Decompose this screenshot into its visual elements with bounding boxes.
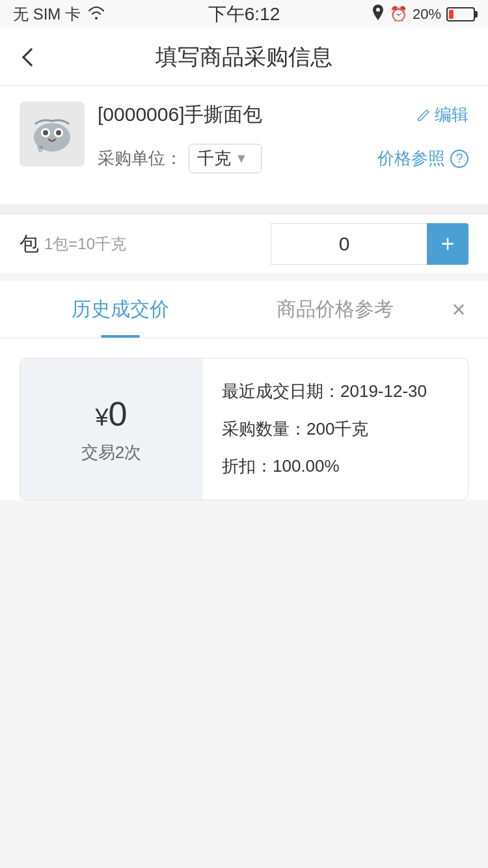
quantity-control: + bbox=[139, 223, 468, 265]
location-icon bbox=[372, 5, 385, 24]
trades-count: 交易2次 bbox=[81, 441, 141, 464]
wifi-icon bbox=[87, 5, 105, 23]
unit-selector-group: 采购单位： 千克 ▼ bbox=[98, 144, 262, 173]
unit-hint: 1包=10千克 bbox=[44, 234, 126, 254]
time-display: 下午6:12 bbox=[208, 2, 280, 27]
product-card: 管 [0000006]手撕面包 编辑 采购单位： 千克 ▼ bbox=[0, 86, 488, 204]
tab-product-label: 商品价格参考 bbox=[277, 296, 394, 323]
history-card: ¥0 交易2次 最近成交日期：2019-12-30 采购数量：200千克 折扣：… bbox=[20, 358, 468, 500]
unit-select[interactable]: 千克 ▼ bbox=[189, 144, 262, 173]
discount-value: 100.00% bbox=[273, 456, 340, 476]
product-info: [0000006]手撕面包 编辑 采购单位： 千克 ▼ 价格 bbox=[98, 102, 468, 173]
product-header: 管 [0000006]手撕面包 编辑 采购单位： 千克 ▼ bbox=[20, 102, 468, 173]
tab-header: 历史成交价 商品价格参考 × bbox=[0, 281, 488, 338]
unit-row: 采购单位： 千克 ▼ 价格参照 ? bbox=[98, 144, 468, 173]
edit-button[interactable]: 编辑 bbox=[416, 103, 468, 126]
tab-history-price[interactable]: 历史成交价 bbox=[13, 281, 228, 338]
quantity-plus-button[interactable]: + bbox=[427, 223, 468, 265]
product-title-row: [0000006]手撕面包 编辑 bbox=[98, 102, 468, 128]
unit-label: 采购单位： bbox=[98, 147, 182, 170]
unit-name: 包 bbox=[20, 231, 39, 258]
purchase-qty-row: 采购数量：200千克 bbox=[222, 416, 448, 443]
history-right-panel: 最近成交日期：2019-12-30 采购数量：200千克 折扣：100.00% bbox=[202, 359, 468, 500]
status-bar: 无 SIM 卡 下午6:12 ⏰ 20% bbox=[0, 0, 488, 29]
nav-bar: 填写商品采购信息 bbox=[0, 29, 488, 86]
svg-point-4 bbox=[56, 130, 61, 135]
price-ref-help-icon: ? bbox=[450, 150, 468, 168]
quantity-input[interactable] bbox=[271, 223, 427, 265]
battery-fill bbox=[449, 10, 454, 19]
status-left: 无 SIM 卡 bbox=[13, 4, 105, 25]
quantity-unit-info: 包 1包=10千克 bbox=[20, 231, 126, 258]
purchase-qty-label: 采购数量： bbox=[222, 419, 306, 439]
carrier-text: 无 SIM 卡 bbox=[13, 4, 81, 25]
unit-dropdown-icon: ▼ bbox=[235, 151, 248, 166]
back-button[interactable] bbox=[16, 44, 42, 70]
svg-text:管: 管 bbox=[37, 145, 44, 152]
price-value: 0 bbox=[109, 395, 128, 433]
recent-date-label: 最近成交日期： bbox=[222, 381, 340, 401]
battery-percent: 20% bbox=[413, 6, 441, 23]
tab-product-price[interactable]: 商品价格参考 bbox=[228, 281, 442, 338]
tab-close-button[interactable]: × bbox=[442, 293, 475, 326]
product-logo: 管 bbox=[29, 115, 75, 154]
alarm-icon: ⏰ bbox=[390, 6, 407, 23]
back-arrow-icon bbox=[22, 47, 40, 66]
purchase-qty-value: 200千克 bbox=[306, 419, 368, 439]
quantity-row: 包 1包=10千克 + bbox=[0, 215, 488, 273]
recent-date-row: 最近成交日期：2019-12-30 bbox=[222, 378, 448, 405]
section-divider bbox=[0, 204, 488, 215]
price-ref-label: 价格参照 bbox=[377, 147, 445, 170]
tab-history-label: 历史成交价 bbox=[72, 296, 169, 323]
price-ref-button[interactable]: 价格参照 ? bbox=[377, 147, 468, 170]
product-image: 管 bbox=[20, 102, 85, 167]
edit-icon bbox=[416, 108, 431, 122]
unit-value: 千克 bbox=[197, 147, 231, 170]
currency-symbol: ¥ bbox=[96, 404, 109, 431]
discount-label: 折扣： bbox=[222, 456, 273, 476]
history-price-display: ¥0 bbox=[96, 394, 128, 433]
svg-point-3 bbox=[43, 130, 48, 135]
product-name: [0000006]手撕面包 bbox=[98, 102, 262, 128]
history-left-panel: ¥0 交易2次 bbox=[20, 359, 202, 500]
status-right: ⏰ 20% bbox=[372, 5, 475, 24]
discount-row: 折扣：100.00% bbox=[222, 453, 448, 480]
tab-container: 历史成交价 商品价格参考 × ¥0 交易2次 最近成交日期：2019-12-30… bbox=[0, 281, 488, 500]
page-title: 填写商品采购信息 bbox=[156, 42, 332, 72]
battery-icon bbox=[446, 7, 475, 21]
recent-date-value: 2019-12-30 bbox=[340, 381, 427, 401]
